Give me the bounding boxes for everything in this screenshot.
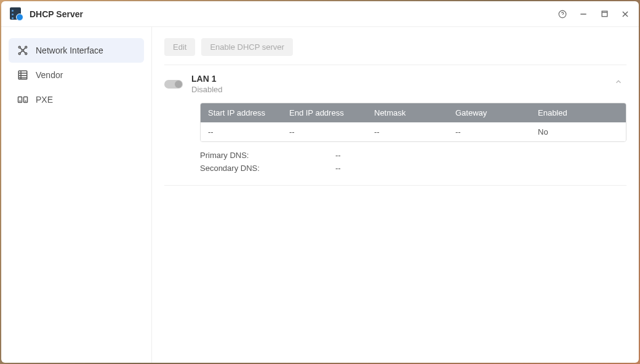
app-title: DHCP Server [30,9,558,19]
table-header-row: Start IP address End IP address Netmask … [201,103,626,122]
interface-toggle[interactable] [164,80,183,89]
td-start-ip: -- [201,122,282,141]
sidebar-item-network-interface[interactable]: Network Interface [9,38,144,63]
dns-primary-label: Primary DNS: [200,151,335,160]
ip-range-table: Start IP address End IP address Netmask … [200,103,626,142]
svg-point-11 [22,50,24,52]
minimize-button[interactable] [578,9,588,19]
interface-header: LAN 1 Disabled [164,74,626,94]
app-icon [10,7,23,21]
th-enabled: Enabled [530,103,626,122]
body: Network Interface Vendor PXE Edit Enable… [1,27,639,363]
svg-line-13 [23,48,25,50]
pxe-icon [17,94,28,105]
td-end-ip: -- [282,122,367,141]
td-enabled: No [530,122,626,141]
help-button[interactable] [558,9,567,19]
main-panel: Edit Enable DHCP server LAN 1 Disabled [152,27,639,363]
th-start-ip: Start IP address [201,103,282,122]
svg-line-15 [23,51,25,53]
svg-point-7 [18,46,20,48]
app-window: DHCP Server Network Interface [1,1,639,363]
sidebar: Network Interface Vendor PXE [1,27,152,363]
window-controls [558,9,630,19]
table-row[interactable]: -- -- -- -- No [201,122,626,141]
dns-secondary-row: Secondary DNS: -- [200,164,626,173]
svg-point-8 [25,46,27,48]
interface-details: Start IP address End IP address Netmask … [200,103,626,173]
sidebar-item-label: Network Interface [36,46,103,55]
interface-name: LAN 1 [191,74,223,84]
toolbar: Edit Enable DHCP server [164,38,626,65]
th-end-ip: End IP address [282,103,367,122]
sidebar-item-pxe[interactable]: PXE [9,87,144,112]
td-netmask: -- [367,122,448,141]
svg-point-24 [25,101,26,101]
dns-primary-row: Primary DNS: -- [200,151,626,160]
dns-block: Primary DNS: -- Secondary DNS: -- [200,151,626,173]
interface-block: LAN 1 Disabled Start IP address End IP a… [164,65,626,186]
svg-line-12 [20,48,22,50]
interface-status: Disabled [191,85,223,94]
svg-point-9 [18,53,20,55]
svg-point-10 [25,53,27,55]
close-button[interactable] [620,9,630,19]
dns-primary-value: -- [335,151,341,160]
th-gateway: Gateway [448,103,530,122]
maximize-button[interactable] [599,9,609,19]
dns-secondary-label: Secondary DNS: [200,164,335,173]
svg-line-14 [20,51,22,53]
network-icon [17,45,28,56]
sidebar-item-vendor[interactable]: Vendor [9,63,144,87]
sidebar-item-label: PXE [36,95,53,105]
svg-point-23 [20,101,20,101]
th-netmask: Netmask [367,103,448,122]
dns-secondary-value: -- [335,164,341,173]
titlebar: DHCP Server [1,1,639,27]
svg-rect-3 [602,11,607,17]
vendor-icon [17,69,28,81]
sidebar-item-label: Vendor [36,70,63,80]
enable-dhcp-button[interactable]: Enable DHCP server [201,38,292,56]
td-gateway: -- [448,122,530,141]
edit-button[interactable]: Edit [164,38,195,56]
collapse-button[interactable] [614,77,623,89]
